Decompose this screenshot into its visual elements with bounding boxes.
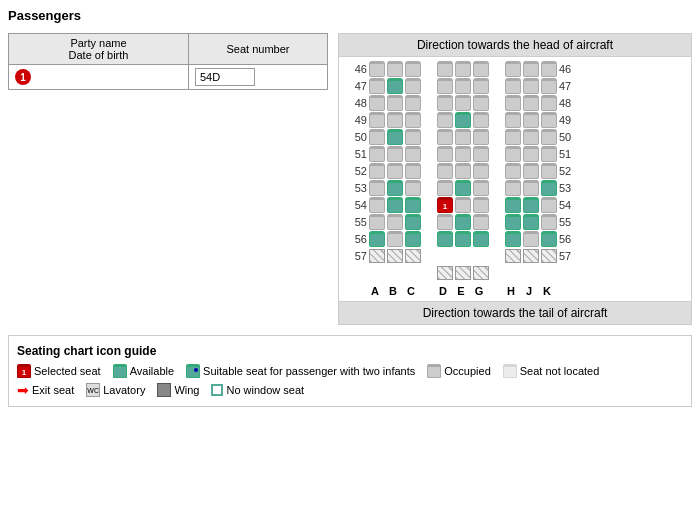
seat-54D-selected[interactable]: 1 <box>437 197 453 213</box>
seat-53G[interactable] <box>473 180 489 196</box>
seat-53J[interactable] <box>523 180 539 196</box>
seat-50H[interactable] <box>505 129 521 145</box>
seat-51G[interactable] <box>473 146 489 162</box>
seat-52D[interactable] <box>437 163 453 179</box>
seat-51K[interactable] <box>541 146 557 162</box>
seat-53E[interactable] <box>455 180 471 196</box>
seat-47J[interactable] <box>523 78 539 94</box>
seat-55G[interactable] <box>473 214 489 230</box>
seat-55J[interactable] <box>523 214 539 230</box>
seat-50E[interactable] <box>455 129 471 145</box>
seat-46C[interactable] <box>405 61 421 77</box>
seat-50D[interactable] <box>437 129 453 145</box>
seat-51D[interactable] <box>437 146 453 162</box>
seat-47H[interactable] <box>505 78 521 94</box>
seat-53H[interactable] <box>505 180 521 196</box>
seat-56A[interactable] <box>369 231 385 247</box>
seat-48H[interactable] <box>505 95 521 111</box>
seat-50G[interactable] <box>473 129 489 145</box>
seat-54H[interactable] <box>505 197 521 213</box>
seat-46K[interactable] <box>541 61 557 77</box>
seat-49D[interactable] <box>437 112 453 128</box>
seat-49J[interactable] <box>523 112 539 128</box>
seat-52G[interactable] <box>473 163 489 179</box>
seat-46D[interactable] <box>437 61 453 77</box>
seat-53C[interactable] <box>405 180 421 196</box>
seat-51B[interactable] <box>387 146 403 162</box>
seat-47G[interactable] <box>473 78 489 94</box>
seat-47C[interactable] <box>405 78 421 94</box>
seat-49H[interactable] <box>505 112 521 128</box>
seat-46A[interactable] <box>369 61 385 77</box>
seat-54E[interactable] <box>455 197 471 213</box>
seat-53B[interactable] <box>387 180 403 196</box>
seat-51A[interactable] <box>369 146 385 162</box>
seat-48K[interactable] <box>541 95 557 111</box>
seat-48J[interactable] <box>523 95 539 111</box>
seat-51C[interactable] <box>405 146 421 162</box>
seat-53D[interactable] <box>437 180 453 196</box>
seat-49C[interactable] <box>405 112 421 128</box>
seat-49E[interactable] <box>455 112 471 128</box>
seat-56B[interactable] <box>387 231 403 247</box>
seat-46B[interactable] <box>387 61 403 77</box>
seat-49B[interactable] <box>387 112 403 128</box>
seat-55A[interactable] <box>369 214 385 230</box>
seat-54K[interactable] <box>541 197 557 213</box>
seat-47D[interactable] <box>437 78 453 94</box>
seat-48C[interactable] <box>405 95 421 111</box>
seat-46E[interactable] <box>455 61 471 77</box>
seat-49K[interactable] <box>541 112 557 128</box>
seat-52H[interactable] <box>505 163 521 179</box>
seat-48B[interactable] <box>387 95 403 111</box>
seat-48A[interactable] <box>369 95 385 111</box>
seat-56C[interactable] <box>405 231 421 247</box>
seat-47K[interactable] <box>541 78 557 94</box>
seat-52J[interactable] <box>523 163 539 179</box>
seat-54C[interactable] <box>405 197 421 213</box>
seat-50K[interactable] <box>541 129 557 145</box>
seat-50A[interactable] <box>369 129 385 145</box>
seat-50J[interactable] <box>523 129 539 145</box>
seat-49G[interactable] <box>473 112 489 128</box>
seat-55B[interactable] <box>387 214 403 230</box>
seat-51E[interactable] <box>455 146 471 162</box>
seat-52B[interactable] <box>387 163 403 179</box>
seat-47E[interactable] <box>455 78 471 94</box>
seat-54J[interactable] <box>523 197 539 213</box>
seat-55D[interactable] <box>437 214 453 230</box>
seat-55C[interactable] <box>405 214 421 230</box>
seat-52E[interactable] <box>455 163 471 179</box>
seat-46G[interactable] <box>473 61 489 77</box>
seat-50C[interactable] <box>405 129 421 145</box>
seat-56H[interactable] <box>505 231 521 247</box>
seat-52A[interactable] <box>369 163 385 179</box>
seat-47B[interactable] <box>387 78 403 94</box>
seat-55H[interactable] <box>505 214 521 230</box>
seat-52C[interactable] <box>405 163 421 179</box>
seat-56K[interactable] <box>541 231 557 247</box>
seat-54A[interactable] <box>369 197 385 213</box>
seat-48E[interactable] <box>455 95 471 111</box>
seat-50B[interactable] <box>387 129 403 145</box>
seat-51J[interactable] <box>523 146 539 162</box>
seat-53A[interactable] <box>369 180 385 196</box>
seat-54G[interactable] <box>473 197 489 213</box>
seat-56J[interactable] <box>523 231 539 247</box>
seat-56E[interactable] <box>455 231 471 247</box>
seat-55E[interactable] <box>455 214 471 230</box>
seat-49A[interactable] <box>369 112 385 128</box>
seat-46J[interactable] <box>523 61 539 77</box>
seat-54B[interactable] <box>387 197 403 213</box>
seat-47A[interactable] <box>369 78 385 94</box>
seat-input[interactable] <box>195 68 255 86</box>
seat-52K[interactable] <box>541 163 557 179</box>
seat-48D[interactable] <box>437 95 453 111</box>
seat-56D[interactable] <box>437 231 453 247</box>
seat-48G[interactable] <box>473 95 489 111</box>
seat-55K[interactable] <box>541 214 557 230</box>
seat-53K[interactable] <box>541 180 557 196</box>
seat-51H[interactable] <box>505 146 521 162</box>
seat-46H[interactable] <box>505 61 521 77</box>
seat-56G[interactable] <box>473 231 489 247</box>
